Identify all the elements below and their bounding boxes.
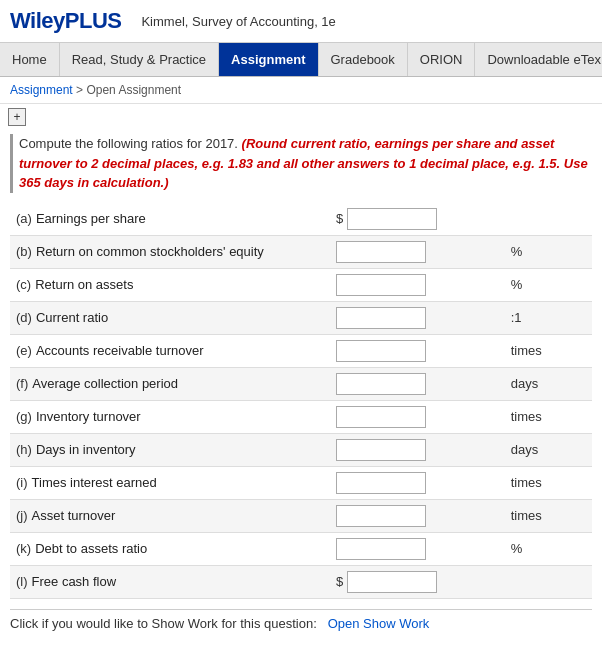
row-input-cell-8 <box>330 466 505 499</box>
main-content: Compute the following ratios for 2017. (… <box>0 130 602 647</box>
row-label-8: (i)Times interest earned <box>10 466 330 499</box>
breadcrumb-separator: > <box>76 83 86 97</box>
breadcrumb-parent-link[interactable]: Assignment <box>10 83 73 97</box>
input-wrapper-3 <box>336 307 499 329</box>
row-input-cell-11: $ <box>330 565 505 598</box>
row-label-2: (c)Return on assets <box>10 268 330 301</box>
expand-icon-row: + <box>0 104 602 130</box>
ratio-input-1[interactable] <box>336 241 426 263</box>
table-row: (j)Asset turnovertimes <box>10 499 592 532</box>
row-letter-8: (i) <box>16 475 28 490</box>
row-letter-6: (g) <box>16 409 32 424</box>
header: WileyPLUS Kimmel, Survey of Accounting, … <box>0 0 602 43</box>
row-unit-3: :1 <box>505 301 592 334</box>
ratio-input-3[interactable] <box>336 307 426 329</box>
table-row: (k)Debt to assets ratio% <box>10 532 592 565</box>
table-row: (i)Times interest earnedtimes <box>10 466 592 499</box>
input-wrapper-2 <box>336 274 499 296</box>
nav: HomeRead, Study & PracticeAssignmentGrad… <box>0 43 602 77</box>
expand-icon[interactable]: + <box>8 108 26 126</box>
ratio-input-4[interactable] <box>336 340 426 362</box>
table-row: (a)Earnings per share$ <box>10 203 592 236</box>
row-letter-2: (c) <box>16 277 31 292</box>
row-unit-4: times <box>505 334 592 367</box>
input-wrapper-9 <box>336 505 499 527</box>
row-label-7: (h)Days in inventory <box>10 433 330 466</box>
row-unit-8: times <box>505 466 592 499</box>
row-input-cell-3 <box>330 301 505 334</box>
nav-item-home[interactable]: Home <box>0 43 60 76</box>
row-input-cell-7 <box>330 433 505 466</box>
input-wrapper-0: $ <box>336 208 499 230</box>
row-label-6: (g)Inventory turnover <box>10 400 330 433</box>
input-wrapper-7 <box>336 439 499 461</box>
row-input-cell-2 <box>330 268 505 301</box>
table-row: (c)Return on assets% <box>10 268 592 301</box>
row-letter-4: (e) <box>16 343 32 358</box>
input-wrapper-11: $ <box>336 571 499 593</box>
ratio-input-6[interactable] <box>336 406 426 428</box>
nav-item-gradebook[interactable]: Gradebook <box>319 43 408 76</box>
row-unit-6: times <box>505 400 592 433</box>
input-wrapper-5 <box>336 373 499 395</box>
row-letter-0: (a) <box>16 211 32 226</box>
row-unit-10: % <box>505 532 592 565</box>
instruction-prefix: Compute the following ratios for 2017. <box>19 136 242 151</box>
show-work-row: Click if you would like to Show Work for… <box>10 609 592 637</box>
table-row: (l)Free cash flow$ <box>10 565 592 598</box>
row-label-3: (d)Current ratio <box>10 301 330 334</box>
nav-item-assignment[interactable]: Assignment <box>219 43 318 76</box>
ratio-input-10[interactable] <box>336 538 426 560</box>
ratio-input-11[interactable] <box>347 571 437 593</box>
row-label-9: (j)Asset turnover <box>10 499 330 532</box>
row-input-cell-4 <box>330 334 505 367</box>
ratio-input-0[interactable] <box>347 208 437 230</box>
row-letter-3: (d) <box>16 310 32 325</box>
row-unit-9: times <box>505 499 592 532</box>
nav-item-orion[interactable]: ORION <box>408 43 476 76</box>
table-row: (g)Inventory turnovertimes <box>10 400 592 433</box>
row-letter-7: (h) <box>16 442 32 457</box>
header-title: Kimmel, Survey of Accounting, 1e <box>141 14 335 29</box>
nav-item-downloadable[interactable]: Downloadable eTex <box>475 43 602 76</box>
table-row: (d)Current ratio:1 <box>10 301 592 334</box>
dollar-sign-0: $ <box>336 211 343 226</box>
input-wrapper-6 <box>336 406 499 428</box>
ratio-input-7[interactable] <box>336 439 426 461</box>
row-unit-11 <box>505 565 592 598</box>
input-wrapper-1 <box>336 241 499 263</box>
row-label-4: (e)Accounts receivable turnover <box>10 334 330 367</box>
table-row: (h)Days in inventorydays <box>10 433 592 466</box>
row-label-11: (l)Free cash flow <box>10 565 330 598</box>
row-letter-1: (b) <box>16 244 32 259</box>
show-work-text: Click if you would like to Show Work for… <box>10 616 317 631</box>
breadcrumb: Assignment > Open Assignment <box>0 77 602 104</box>
row-letter-9: (j) <box>16 508 28 523</box>
logo: WileyPLUS <box>10 8 121 34</box>
ratio-table: (a)Earnings per share$(b)Return on commo… <box>10 203 592 599</box>
breadcrumb-current: Open Assignment <box>86 83 181 97</box>
row-letter-11: (l) <box>16 574 28 589</box>
input-wrapper-8 <box>336 472 499 494</box>
row-input-cell-5 <box>330 367 505 400</box>
ratio-input-9[interactable] <box>336 505 426 527</box>
row-unit-1: % <box>505 235 592 268</box>
ratio-input-8[interactable] <box>336 472 426 494</box>
ratio-input-2[interactable] <box>336 274 426 296</box>
row-input-cell-9 <box>330 499 505 532</box>
row-letter-5: (f) <box>16 376 28 391</box>
ratio-input-5[interactable] <box>336 373 426 395</box>
row-label-5: (f)Average collection period <box>10 367 330 400</box>
row-input-cell-10 <box>330 532 505 565</box>
table-row: (e)Accounts receivable turnovertimes <box>10 334 592 367</box>
row-unit-0 <box>505 203 592 236</box>
table-row: (b)Return on common stockholders' equity… <box>10 235 592 268</box>
row-label-10: (k)Debt to assets ratio <box>10 532 330 565</box>
row-unit-2: % <box>505 268 592 301</box>
row-label-1: (b)Return on common stockholders' equity <box>10 235 330 268</box>
row-letter-10: (k) <box>16 541 31 556</box>
nav-item-read-study[interactable]: Read, Study & Practice <box>60 43 219 76</box>
open-show-work-link[interactable]: Open Show Work <box>328 616 430 631</box>
row-input-cell-0: $ <box>330 203 505 236</box>
row-unit-7: days <box>505 433 592 466</box>
